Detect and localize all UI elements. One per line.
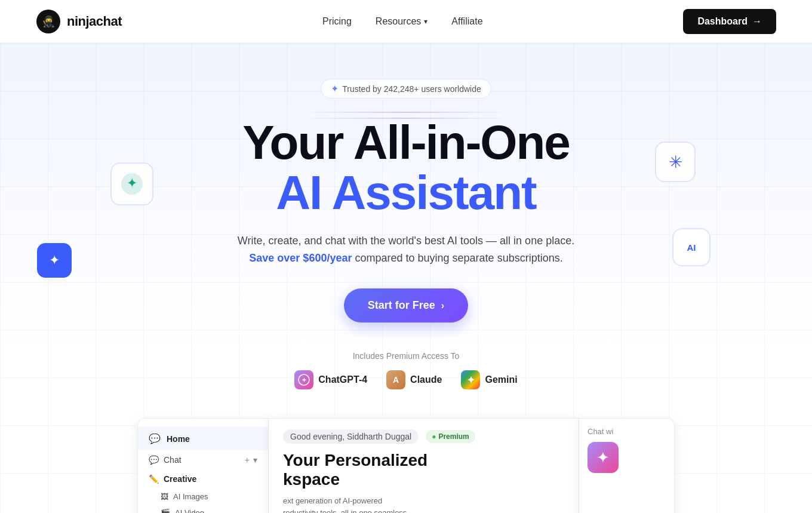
arrow-right-icon: › xyxy=(441,300,444,311)
chevron-down-icon: ▾ xyxy=(424,17,427,26)
svg-text:🥷: 🥷 xyxy=(42,15,56,28)
dashboard-button[interactable]: Dashboard → xyxy=(683,9,776,34)
chatgpt-float-button[interactable]: ✦ xyxy=(588,442,619,473)
trusted-badge: ✦ Trusted by 242,248+ users worldwide xyxy=(321,79,491,99)
chat-with-label: Chat wi xyxy=(588,427,666,436)
hero-title: Your All-in-One AI Assistant xyxy=(12,118,800,218)
greeting-text: Good evening, Siddharth Duggal xyxy=(283,429,419,444)
nav-resources[interactable]: Resources ▾ xyxy=(376,16,427,27)
preview-heading: Your Personalized kspace xyxy=(283,451,564,489)
hero-savings: Save over $600/year compared to buying s… xyxy=(12,252,800,265)
chatgpt-tool: ✦ ChatGPT-4 xyxy=(294,370,367,389)
start-free-button[interactable]: Start for Free › xyxy=(344,288,468,322)
logo-icon: 🥷 xyxy=(36,9,61,34)
gemini-icon: ✦ xyxy=(461,370,480,389)
video-icon: 🎬 xyxy=(161,508,170,513)
navbar: 🥷 ninjachat Pricing Resources ▾ Affiliat… xyxy=(0,0,812,43)
nav-links: Pricing Resources ▾ Affiliate xyxy=(322,16,483,27)
sidebar-chat-row[interactable]: 💬 Chat + ▾ xyxy=(138,450,268,469)
add-chat-icon[interactable]: + xyxy=(245,455,250,465)
gemini-tool: ✦ Gemini xyxy=(461,370,517,389)
chat-icon: 💬 xyxy=(149,455,159,465)
logo-text: ninjachat xyxy=(67,14,122,29)
claude-tool: A Claude xyxy=(386,370,442,389)
preview-sidebar: 💬 Home 💬 Chat + ▾ ✏️ Creative xyxy=(137,418,269,513)
sidebar-ai-video[interactable]: 🎬 AI Video xyxy=(138,505,268,513)
arrow-icon: → xyxy=(752,16,762,27)
image-icon: 🖼 xyxy=(161,492,168,501)
nav-pricing[interactable]: Pricing xyxy=(322,16,352,27)
preview-main: Good evening, Siddharth Duggal ● Premium… xyxy=(269,418,579,513)
premium-badge: ● Premium xyxy=(426,430,475,443)
chatgpt-icon: ✦ xyxy=(294,370,313,389)
includes-label: Includes Premium Access To xyxy=(12,351,800,361)
hero-section: ✦ ✳ AI ✦ ✦ Trusted by 242,248+ users wor… xyxy=(0,43,812,513)
preview-right-panel: Chat wi ✦ xyxy=(579,418,675,513)
preview-container: 💬 Home 💬 Chat + ▾ ✏️ Creative xyxy=(137,418,675,513)
ai-tools-row: ✦ ChatGPT-4 A Claude ✦ Gemini xyxy=(12,370,800,389)
logo[interactable]: 🥷 ninjachat xyxy=(36,9,122,34)
spark-icon: ✦ xyxy=(331,83,339,94)
sidebar-home[interactable]: 💬 Home xyxy=(138,427,268,450)
hero-subtitle: Write, create, and chat with the world's… xyxy=(12,235,800,247)
greeting-row: Good evening, Siddharth Duggal ● Premium xyxy=(283,429,564,444)
savings-rest: compared to buying separate subscription… xyxy=(355,252,562,264)
preview-wrapper: 💬 Home 💬 Chat + ▾ ✏️ Creative xyxy=(12,418,800,513)
svg-text:✦: ✦ xyxy=(302,377,307,383)
expand-chat-icon[interactable]: ▾ xyxy=(253,455,257,465)
preview-body: ext generation of AI-powered roductivity… xyxy=(283,495,564,513)
creative-icon: ✏️ xyxy=(149,474,159,484)
home-icon: 💬 xyxy=(149,433,161,444)
nav-affiliate[interactable]: Affiliate xyxy=(451,16,482,27)
sidebar-creative[interactable]: ✏️ Creative xyxy=(138,469,268,489)
sidebar-ai-images[interactable]: 🖼 AI Images xyxy=(138,489,268,505)
claude-icon: A xyxy=(386,370,405,389)
